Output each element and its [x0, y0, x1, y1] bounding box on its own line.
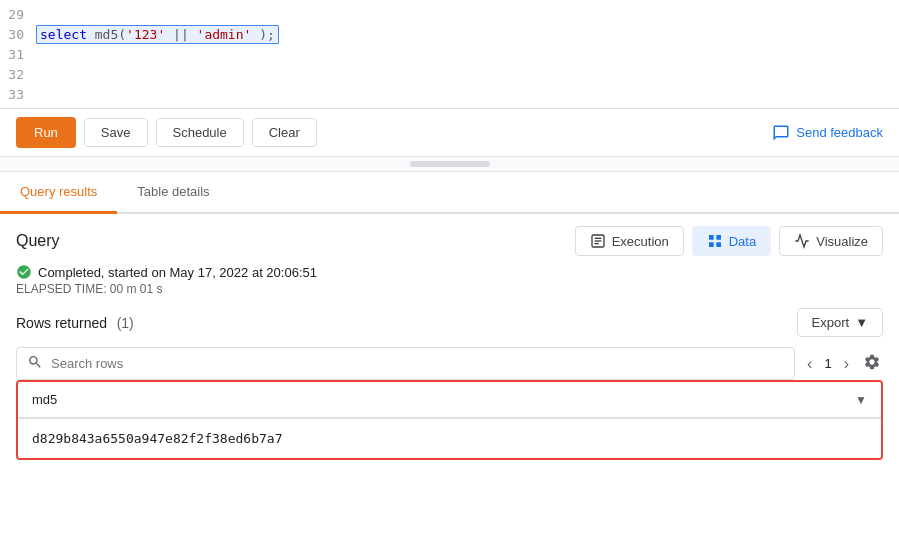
rows-title: Rows returned [16, 315, 107, 331]
data-icon [707, 233, 723, 249]
prev-page-button[interactable]: ‹ [803, 353, 816, 375]
elapsed-time: ELAPSED TIME: 00 m 01 s [16, 282, 883, 296]
code-line-30[interactable]: 30 select md5('123' || 'admin' ); [0, 24, 899, 44]
tab-table-details[interactable]: Table details [117, 172, 229, 214]
send-feedback-button[interactable]: Send feedback [772, 124, 883, 142]
completed-status: Completed, started on May 17, 2022 at 20… [38, 265, 317, 280]
visualize-icon [794, 233, 810, 249]
next-page-button[interactable]: › [840, 353, 853, 375]
clear-button[interactable]: Clear [252, 118, 317, 147]
save-button[interactable]: Save [84, 118, 148, 147]
tabs-row: Query results Table details [0, 172, 899, 214]
run-button[interactable]: Run [16, 117, 76, 148]
code-line-32: 32 [0, 64, 899, 84]
code-line-33: 33 [0, 84, 899, 104]
execution-icon [590, 233, 606, 249]
settings-icon [863, 353, 881, 371]
send-feedback-label: Send feedback [796, 125, 883, 140]
data-button[interactable]: Data [692, 226, 771, 256]
code-line-29: 29 [0, 4, 899, 24]
visualize-label: Visualize [816, 234, 868, 249]
search-input[interactable] [51, 356, 784, 371]
data-label: Data [729, 234, 756, 249]
code-editor[interactable]: 29 30 select md5('123' || 'admin' ); 31 … [0, 0, 899, 109]
export-label: Export [812, 315, 850, 330]
check-icon [16, 264, 32, 280]
schedule-button[interactable]: Schedule [156, 118, 244, 147]
execution-label: Execution [612, 234, 669, 249]
content-area: Query Execution Data [0, 214, 899, 472]
column-name: md5 [32, 392, 855, 407]
table-settings-button[interactable] [861, 351, 883, 376]
page-number: 1 [824, 356, 831, 371]
export-chevron-icon: ▼ [855, 315, 868, 330]
data-table: md5 ▼ d829b843a6550a947e82f2f38ed6b7a7 [16, 380, 883, 460]
table-row: d829b843a6550a947e82f2f38ed6b7a7 [18, 419, 881, 458]
execution-button[interactable]: Execution [575, 226, 684, 256]
rows-section: Rows returned (1) Export ▼ [16, 308, 883, 337]
export-button[interactable]: Export ▼ [797, 308, 883, 337]
status-row: Completed, started on May 17, 2022 at 20… [16, 264, 883, 280]
scroll-indicator [410, 161, 490, 167]
tab-query-results[interactable]: Query results [0, 172, 117, 214]
code-line-31: 31 [0, 44, 899, 64]
table-header: md5 ▼ [18, 382, 881, 418]
search-box[interactable] [16, 347, 795, 380]
sort-icon[interactable]: ▼ [855, 393, 867, 407]
rows-title-group: Rows returned (1) [16, 315, 134, 331]
feedback-icon [772, 124, 790, 142]
query-section: Query Execution Data [16, 226, 883, 256]
scroll-hint-bar [0, 157, 899, 172]
visualize-button[interactable]: Visualize [779, 226, 883, 256]
toolbar: Run Save Schedule Clear Send feedback [0, 109, 899, 157]
search-nav-row: ‹ 1 › [16, 347, 883, 380]
cell-md5-value: d829b843a6550a947e82f2f38ed6b7a7 [32, 431, 282, 446]
query-title: Query [16, 232, 60, 250]
query-buttons: Execution Data Visualize [575, 226, 883, 256]
search-icon [27, 354, 43, 373]
rows-count: (1) [117, 315, 134, 331]
